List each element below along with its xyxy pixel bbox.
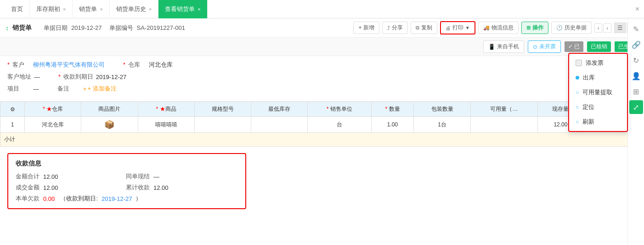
address-value: —: [34, 74, 40, 80]
subtotal-label: 小计: [0, 133, 644, 147]
transaction-amount-value: 12.00: [43, 184, 58, 191]
share-icon: ⤴: [387, 25, 390, 31]
tab-sales-order[interactable]: 销货单 ×: [73, 0, 109, 18]
customer-value[interactable]: 柳州粤港平安气体有限公司: [33, 61, 105, 69]
doc-number-label: 单据编号 SA-20191227-001: [109, 24, 186, 32]
cell-spec: [194, 117, 251, 133]
form-row-1: * 客户 柳州粤港平安气体有限公司 * 仓库 河北仓库 业务员 演示账号: [7, 61, 637, 69]
next-button[interactable]: ›: [603, 23, 611, 33]
not-open-button[interactable]: ⊙ 未开票: [528, 40, 561, 53]
gear-icon: ⚙: [10, 106, 15, 113]
square-icon: [576, 60, 582, 66]
cell-min-stock: [251, 117, 307, 133]
sidebar-expand-icon[interactable]: ⤢: [629, 100, 643, 114]
sidebar-edit-icon[interactable]: ✎: [629, 22, 643, 36]
action-subbar: 📱 来自手机 ⊙ 未开票 ✓ 已 已核销 已生效: [0, 38, 644, 56]
close-sales-order[interactable]: ×: [100, 6, 102, 12]
share-button[interactable]: ⤴ 分享: [382, 22, 408, 34]
cell-product-img: 📦: [81, 117, 138, 133]
col-pack-qty: 包装数量: [414, 102, 470, 117]
layout-list-button[interactable]: ☰: [614, 23, 626, 33]
history-icon: 🕐: [556, 25, 563, 31]
form-row-3: 项目 — 备注 + + 添加备注 * 业务员孟 —: [7, 85, 637, 93]
dropdown-outbound[interactable]: 出库: [569, 70, 627, 85]
payment-date-value: 2019-12-27: [102, 195, 132, 202]
doc-meta: 单据日期 2019-12-27 单据编号 SA-20191227-001: [44, 24, 350, 32]
cell-sales-unit: 台: [308, 117, 371, 133]
from-phone-button[interactable]: 📱 来自手机: [483, 40, 524, 53]
cumulative-receipt-row: 累计收款 12.00: [126, 183, 227, 192]
circle-outline-icon-1: ○: [576, 89, 579, 96]
main-content: ↕ 销货单 单据日期 2019-12-27 单据编号 SA-20191227-0…: [0, 18, 644, 245]
doc-date-value: 2019-12-27: [71, 24, 102, 31]
payment-grid: 金额合计 12.00 同单现结 — 成交金额 12.00 累计收款 12.00 …: [16, 172, 238, 203]
print-button[interactable]: 🖨 打印 ▼: [440, 21, 475, 34]
current-due-value: 0.00: [43, 195, 55, 202]
blue-dot-icon: [576, 76, 579, 80]
subtotal-row: 小计: [0, 133, 644, 147]
customer-field: * 客户 柳州粤港平安气体有限公司: [7, 61, 105, 69]
close-inventory-init[interactable]: ×: [63, 6, 66, 12]
tab-inventory-init[interactable]: 库存期初 ×: [30, 0, 73, 18]
history-button[interactable]: 🕐 历史单据: [551, 22, 592, 34]
dropdown-add-invoice[interactable]: 添发票: [569, 56, 627, 70]
plus-icon: +: [83, 85, 87, 92]
payment-title: 收款信息: [16, 160, 238, 168]
close-view-sales[interactable]: ×: [198, 6, 200, 12]
form-row-2: 客户地址 — * 收款到期日 2019-12-27 * 票据类型 不开票: [7, 73, 637, 81]
table-header-row: ⚙ * ★仓库 商品图片 * ★商品 规格型号 最低库存 * 销售单位 * 数量…: [0, 102, 644, 117]
tab-sales-history[interactable]: 销货单历史 ×: [110, 0, 158, 18]
doc-actions: + 新增 ⤴ 分享 ⧉ 复制 🖨 打印 ▼ 🚚 物流信息 ⊞ 操作: [353, 21, 638, 34]
current-due-row: 本单欠款 0.00 （收款到期日: 2019-12-27 ）: [16, 194, 227, 203]
operation-button[interactable]: ⊞ 操作: [521, 22, 548, 34]
col-sales-unit: * 销售单位: [308, 102, 371, 117]
circle-outline-icon-3: ○: [576, 119, 579, 125]
global-close-button[interactable]: ×: [635, 5, 639, 13]
note-field: 备注 + + 添加备注: [57, 85, 117, 93]
col-gear: ⚙: [0, 102, 25, 117]
cell-product: 嘻嘻嘻嘻: [138, 117, 194, 133]
doc-title-area: ↕ 销货单: [6, 24, 32, 32]
prev-button[interactable]: ‹: [594, 23, 603, 33]
transaction-amount-row: 成交金额 12.00: [16, 183, 117, 192]
payment-due-field: * 收款到期日 2019-12-27: [58, 73, 126, 81]
cell-qty: 1.00: [371, 117, 414, 133]
sidebar-grid-icon[interactable]: ⊞: [629, 85, 643, 98]
tab-bar: 首页 库存期初 × 销货单 × 销货单历史 × 查看销货单 × ×: [0, 0, 644, 18]
col-available-qty: 可用量（…: [470, 102, 537, 117]
project-value: —: [33, 85, 39, 92]
new-button[interactable]: + 新增: [353, 22, 379, 34]
nav-arrows: ‹ ›: [594, 23, 611, 33]
payment-wrapper: 收款信息 金额合计 12.00 同单现结 — 成交金额 12.00 累计收款 1…: [0, 147, 644, 216]
add-note-button[interactable]: + + 添加备注: [83, 85, 117, 93]
cell-pack-qty: 1台: [414, 117, 470, 133]
tab-view-sales[interactable]: 查看销货单 ×: [158, 0, 207, 18]
close-sales-history[interactable]: ×: [149, 6, 152, 12]
col-product-img: 商品图片: [81, 102, 138, 117]
same-order-settlement-row: 同单现结 —: [126, 172, 227, 181]
copy-button[interactable]: ⧉ 复制: [411, 22, 437, 34]
print-dropdown-arrow: ▼: [465, 25, 470, 30]
address-field: 客户地址 —: [7, 73, 40, 81]
project-field: 项目 —: [7, 85, 39, 93]
doc-date-label: 单据日期 2019-12-27: [44, 24, 102, 32]
table-container: ⚙ * ★仓库 商品图片 * ★商品 规格型号 最低库存 * 销售单位 * 数量…: [0, 102, 644, 147]
tab-home[interactable]: 首页: [5, 0, 30, 18]
dropdown-available-qty[interactable]: ○ 可用量提取: [569, 85, 627, 100]
col-warehouse: * ★仓库: [25, 102, 81, 117]
payment-due-value: 2019-12-27: [96, 74, 127, 80]
amount-total-row: 金额合计 12.00: [16, 172, 117, 181]
doc-type-label: 销货单: [12, 24, 32, 32]
sidebar-link-icon[interactable]: 🔗: [629, 38, 643, 51]
logistics-button[interactable]: 🚚 物流信息: [478, 22, 519, 34]
sidebar-refresh-icon[interactable]: ↻: [629, 53, 643, 67]
dropdown-locate[interactable]: ○ 定位: [569, 100, 627, 114]
sidebar-user-icon[interactable]: 👤: [629, 69, 643, 83]
dropdown-refresh[interactable]: ○ 刷新: [569, 114, 627, 129]
form-section: * 客户 柳州粤港平安气体有限公司 * 仓库 河北仓库 业务员 演示账号 客户地…: [0, 56, 644, 102]
cell-available-qty: [470, 117, 537, 133]
sold-badge: 已核销: [587, 41, 611, 52]
cell-row-num: 1: [0, 117, 25, 133]
doc-type-icon: ↕: [6, 24, 9, 32]
table-row: 1 河北仓库 📦 嘻嘻嘻嘻 台 1.00 1台 12.00 0.: [0, 117, 644, 133]
